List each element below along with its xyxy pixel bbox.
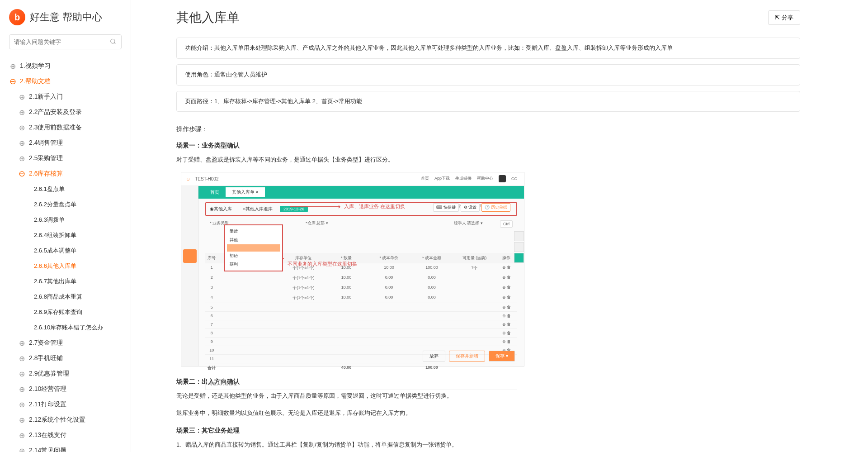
nav-2-6-1[interactable]: 2.6.1盘点单 — [9, 181, 122, 197]
plus-icon: ⊕ — [18, 385, 25, 393]
sp-nav-icon — [183, 295, 197, 309]
plus-icon: ⊕ — [18, 339, 25, 347]
nav-2-2[interactable]: ⊕2.2产品安装及登录 — [9, 105, 122, 120]
sidetool-icon — [514, 253, 524, 263]
sp-top-app: App下载 — [434, 176, 450, 181]
sp-nav-icon — [183, 234, 197, 247]
logo-area: b 好生意 帮助中心 — [9, 9, 122, 25]
steps-label: 操作步骤： — [176, 125, 800, 133]
search-box — [9, 34, 122, 49]
sp-nav-icon — [183, 265, 197, 278]
nav-2-11[interactable]: ⊕2.11打印设置 — [9, 397, 122, 412]
th-avail: 可用量 (当前) — [453, 255, 496, 261]
intro-text: 其他入库单用来处理除采购入库、产成品入库之外的其他入库业务，因此其他入库单可处理… — [214, 44, 673, 51]
sp-btn-discard: 放弃 — [423, 351, 445, 362]
nav-2-6-4[interactable]: 2.6.4组装拆卸单 — [9, 228, 122, 243]
nav-2-3[interactable]: ⊕2.3使用前数据准备 — [9, 120, 122, 135]
intro-card: 功能介绍：其他入库单用来处理除采购入库、产成品入库之外的其他入库业务，因此其他入… — [176, 38, 800, 59]
dd-item: 初始 — [227, 252, 280, 260]
search-icon[interactable] — [110, 38, 116, 46]
role-card: 使用角色：通常由仓管人员维护 — [176, 64, 800, 86]
nav-2-6[interactable]: ⊖2.6库存核算 — [9, 166, 122, 181]
nav-2-12[interactable]: ⊕2.12系统个性化设置 — [9, 412, 122, 428]
plus-icon: ⊕ — [18, 355, 25, 362]
nav-2-14[interactable]: ⊕2.14常见问题 — [9, 443, 122, 452]
path-label: 页面路径： — [185, 98, 214, 105]
embedded-screenshot: ☺ TEST-H002 首页 App下载 生成链接 帮助中心 CC — [181, 172, 524, 366]
nav-2-1[interactable]: ⊕2.1新手入门 — [9, 89, 122, 105]
logo-icon: b — [9, 9, 25, 25]
plus-icon: ⊕ — [18, 93, 25, 100]
sp-nav-icon-active — [183, 249, 197, 263]
sp-leftnav — [181, 186, 198, 366]
nav-2-6-7[interactable]: 2.6.7其他出库单 — [9, 274, 122, 289]
page-title: 其他入库单 — [176, 9, 240, 26]
nav-2-6-2[interactable]: 2.6.2分量盘点单 — [9, 197, 122, 212]
nav-2-6-3[interactable]: 2.6.3调拨单 — [9, 212, 122, 228]
table-row: 9⊕ 🗑 — [205, 338, 517, 346]
dd-item: 其他 — [227, 236, 280, 244]
sp-maker: 经手人 请选择 ▾ — [454, 220, 483, 228]
minus-icon: ⊖ — [18, 170, 25, 177]
sidebar: b 好生意 帮助中心 ⊕1.视频学习 ⊖2.帮助文档 ⊕2.1新手入门 ⊕2.2… — [0, 0, 131, 452]
plus-icon: ⊕ — [18, 109, 25, 116]
plus-icon: ⊕ — [18, 124, 25, 131]
nav-2-6-10[interactable]: 2.6.10库存账本错了怎么办 — [9, 320, 122, 335]
sp-wh: *仓库 总部 ▾ — [306, 220, 328, 228]
nav-2-6-8[interactable]: 2.6.8商品成本重算 — [9, 289, 122, 305]
nav-2-4[interactable]: ⊕2.4销售管理 — [9, 135, 122, 151]
path-text: 1、库存核算->库存管理->其他入库单 2、首页->常用功能 — [214, 98, 362, 105]
search-input[interactable] — [9, 34, 122, 49]
nav-2-6-5[interactable]: 2.6.5成本调整单 — [9, 243, 122, 258]
nav-2-6-6[interactable]: 2.6.6其他入库单 — [9, 258, 122, 274]
scene3-desc1: 1、赠品入库的商品直接转为销售。通过工具栏【复制/复制为销货单】功能，将单据信息… — [176, 439, 800, 450]
annotation-2: 不同业务的入库类型在这里切换 — [288, 261, 357, 267]
sp-right-buttons: ⌨ 快捷键 ⚙ 设置 🕐 历史单据 — [433, 203, 510, 212]
sp-btn-shortcut: ⌨ 快捷键 — [433, 203, 459, 212]
dd-item-highlight — [227, 244, 280, 252]
nav-tree: ⊕1.视频学习 ⊖2.帮助文档 ⊕2.1新手入门 ⊕2.2产品安装及登录 ⊕2.… — [9, 58, 122, 452]
intro-label: 功能介绍： — [185, 44, 214, 51]
plus-icon: ⊕ — [18, 401, 25, 408]
plus-icon: ⊕ — [18, 432, 25, 439]
sp-sidetools — [514, 231, 524, 264]
table-row: 6⊕ 🗑 — [205, 312, 517, 320]
nav-2-9[interactable]: ⊕2.9优惠券管理 — [9, 366, 122, 381]
plus-icon: ⊕ — [18, 447, 25, 452]
dd-item: 受赠 — [227, 227, 280, 236]
annotation-arrow — [290, 206, 340, 207]
plus-icon: ⊕ — [18, 139, 25, 147]
plus-icon: ⊕ — [18, 155, 25, 162]
sidetool-icon — [514, 231, 524, 241]
sp-logo-icon: ☺ — [186, 176, 190, 181]
table-row: 3 个(1个=1个)10.000.000.00⊕ 🗑 — [205, 283, 517, 293]
table-total-row: 合计 40.00100.00 — [205, 363, 517, 373]
sp-nav-icon — [183, 219, 197, 232]
scene1-title: 场景一：业务类型确认 — [176, 142, 800, 150]
th-amt: * 成本金额 — [410, 255, 453, 261]
th-price: * 成本单价 — [368, 255, 410, 261]
minus-icon: ⊖ — [9, 78, 16, 85]
nav-2-8[interactable]: ⊕2.8手机旺铺 — [9, 351, 122, 366]
sp-top-home: 首页 — [421, 176, 429, 181]
share-button[interactable]: ⇱ 分享 — [768, 10, 800, 25]
nav-video[interactable]: ⊕1.视频学习 — [9, 58, 122, 74]
sidetool-icon — [514, 242, 524, 252]
nav-2-10[interactable]: ⊕2.10经营管理 — [9, 381, 122, 397]
path-card: 页面路径：1、库存核算->库存管理->其他入库单 2、首页->常用功能 — [176, 91, 800, 112]
sp-test-label: TEST-H002 — [195, 176, 218, 181]
nav-2-13[interactable]: ⊕2.13在线支付 — [9, 428, 122, 443]
sp-top-help: 帮助中心 — [477, 176, 493, 181]
sp-nav-icon — [183, 280, 197, 294]
share-icon: ⇱ — [775, 14, 780, 21]
nav-help-docs[interactable]: ⊖2.帮助文档 — [9, 74, 122, 89]
sp-radio-in: ◉ 其他入库 — [206, 206, 236, 212]
sp-top-gen: 生成链接 — [455, 176, 472, 181]
nav-2-5[interactable]: ⊕2.5采购管理 — [9, 151, 122, 166]
avatar-icon — [499, 175, 506, 182]
nav-2-6-9[interactable]: 2.6.9库存账本查询 — [9, 305, 122, 320]
nav-2-7[interactable]: ⊕2.7资金管理 — [9, 335, 122, 351]
dd-item: 获利 — [227, 260, 280, 269]
sp-tabbar: 首页 其他入库单 × — [181, 186, 524, 199]
scene1-desc: 对于受赠、盘盈或是拆装入库等不同的业务，是通过单据头【业务类型】进行区分。 — [176, 154, 800, 165]
